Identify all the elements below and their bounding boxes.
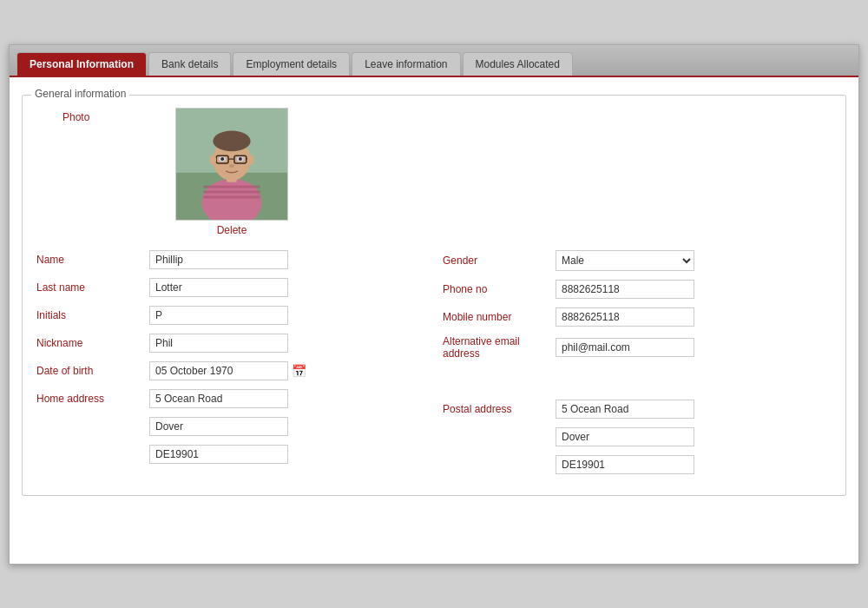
- postaladdress3-row: [443, 455, 832, 474]
- phone-input[interactable]: [556, 280, 694, 299]
- phone-label: Phone no: [443, 283, 556, 295]
- svg-point-20: [209, 155, 216, 165]
- general-information-section: General information Photo: [22, 95, 846, 496]
- postaladdress-label: Postal address: [443, 403, 556, 415]
- right-column: Gender Male Female Other Phone no: [443, 250, 832, 483]
- calendar-icon[interactable]: 📅: [292, 364, 306, 378]
- lastname-row: Last name: [36, 278, 425, 297]
- spacer: [556, 368, 694, 391]
- homeaddress-input[interactable]: [149, 389, 288, 408]
- photo-label: Photo: [36, 108, 175, 123]
- initials-input[interactable]: [149, 306, 288, 325]
- mobile-row: Mobile number: [443, 307, 832, 327]
- homeaddress3-row: [36, 445, 425, 464]
- svg-rect-5: [204, 190, 260, 193]
- postaladdress2-row: [443, 427, 832, 446]
- homeaddress-row: Home address: [36, 389, 425, 408]
- gender-select[interactable]: Male Female Other: [556, 250, 694, 271]
- svg-rect-4: [204, 185, 260, 188]
- mobile-input[interactable]: [556, 307, 694, 327]
- photo-row: Photo: [36, 108, 832, 236]
- svg-point-9: [213, 130, 250, 151]
- gender-row: Gender Male Female Other: [443, 250, 832, 271]
- tab-bank-details[interactable]: Bank details: [148, 52, 231, 76]
- homeaddress2-input[interactable]: [149, 417, 288, 436]
- dob-input[interactable]: [149, 361, 288, 380]
- dob-input-wrap: 📅: [149, 361, 306, 380]
- mobile-label: Mobile number: [443, 311, 556, 323]
- tab-modules-allocated[interactable]: Modules Allocated: [463, 52, 573, 76]
- content-area: General information Photo: [10, 77, 858, 564]
- nickname-row: Nickname: [36, 334, 425, 353]
- section-legend: General information: [31, 88, 129, 100]
- tab-personal-information[interactable]: Personal Information: [16, 52, 147, 76]
- name-input[interactable]: [149, 250, 288, 269]
- dob-row: Date of birth 📅: [36, 361, 425, 380]
- nickname-label: Nickname: [36, 337, 149, 349]
- email-input[interactable]: [556, 338, 694, 357]
- initials-label: Initials: [36, 309, 149, 321]
- name-label: Name: [36, 254, 149, 266]
- svg-point-19: [229, 164, 234, 168]
- homeaddress-label: Home address: [36, 393, 149, 405]
- svg-rect-6: [204, 195, 260, 198]
- dob-label: Date of birth: [36, 365, 149, 377]
- tab-employment-details[interactable]: Employment details: [233, 52, 350, 76]
- tab-leave-information[interactable]: Leave information: [352, 52, 460, 76]
- name-row: Name: [36, 250, 425, 269]
- lastname-input[interactable]: [149, 278, 288, 297]
- postaladdress-input[interactable]: [556, 400, 694, 419]
- phone-row: Phone no: [443, 280, 832, 299]
- homeaddress2-row: [36, 417, 425, 436]
- svg-point-18: [239, 157, 242, 161]
- app-window: Personal Information Bank details Employ…: [9, 44, 859, 565]
- left-column: Name Last name Initials Ni: [36, 250, 425, 483]
- profile-photo: [176, 108, 287, 221]
- nickname-input[interactable]: [149, 334, 288, 353]
- initials-row: Initials: [36, 306, 425, 325]
- homeaddress3-input[interactable]: [149, 445, 288, 464]
- svg-point-21: [247, 155, 254, 165]
- delete-photo-link[interactable]: Delete: [217, 224, 247, 236]
- svg-point-17: [220, 157, 224, 161]
- email-label: Alternative email address: [443, 335, 556, 360]
- postaladdress2-input[interactable]: [556, 427, 694, 446]
- email-row: Alternative email address: [443, 335, 832, 360]
- photo-frame: [175, 108, 288, 221]
- postaladdress3-input[interactable]: [556, 455, 694, 474]
- lastname-label: Last name: [36, 281, 149, 294]
- form-section: Name Last name Initials Ni: [36, 250, 832, 483]
- photo-content: Delete: [175, 108, 288, 236]
- tab-bar: Personal Information Bank details Employ…: [10, 45, 858, 77]
- spacer-row: [443, 368, 832, 391]
- postaladdress-row: Postal address: [443, 400, 832, 419]
- gender-label: Gender: [443, 254, 556, 267]
